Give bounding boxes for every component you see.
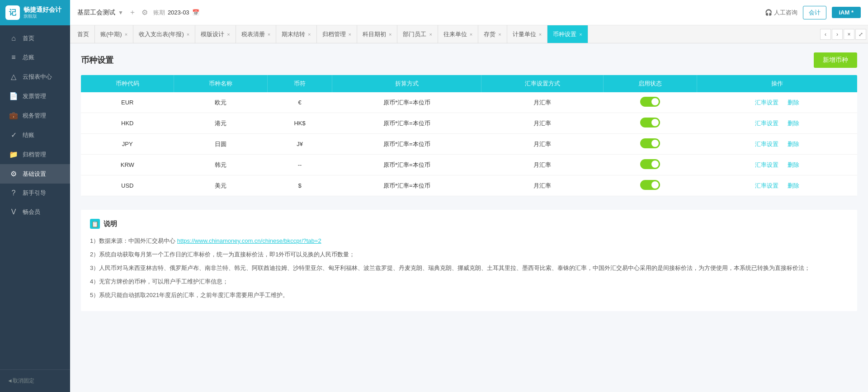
- tab-taxclear[interactable]: 税表清册 ×: [236, 25, 276, 43]
- tab-subjects-close[interactable]: ×: [389, 32, 392, 37]
- settings-icon: ⚙: [9, 170, 18, 178]
- tabs-next-button[interactable]: ›: [832, 29, 843, 40]
- tab-currency-close[interactable]: ×: [579, 32, 582, 37]
- cell-rate-method: 月汇率: [481, 155, 604, 175]
- sidebar-item-home[interactable]: ⌂ 首页: [0, 29, 70, 48]
- status-toggle[interactable]: [640, 97, 660, 107]
- cell-code: HKD: [81, 113, 174, 134]
- delete-link[interactable]: 删除: [788, 99, 799, 106]
- tab-interim-close[interactable]: ×: [125, 32, 127, 37]
- account-button[interactable]: 会计: [803, 6, 826, 19]
- customer-service-button[interactable]: 🎧 人工咨询: [765, 9, 797, 17]
- sidebar-item-archive[interactable]: 📁 归档管理: [0, 145, 70, 164]
- workspace-name: 基层工会测试: [77, 9, 115, 17]
- workspace-selector[interactable]: 基层工会测试 ▼: [77, 9, 123, 17]
- tab-template-label: 模版设计: [201, 30, 224, 38]
- member-icon: V: [9, 208, 18, 216]
- tab-home[interactable]: 首页: [72, 25, 95, 43]
- tab-archive[interactable]: 归档管理 ×: [317, 25, 357, 43]
- tab-measure[interactable]: 计量单位 ×: [507, 25, 547, 43]
- tabs-prev-button[interactable]: ‹: [820, 29, 831, 40]
- tabs-close-all-button[interactable]: ×: [844, 29, 854, 40]
- sidebar: 记 畅捷通好会计 旗舰版 ⌂ 首页 ≡ 总账 △ 云报表中心 📄 发票管理 💼 …: [0, 0, 70, 392]
- content-area: 币种设置 新增币种 币种代码 币种名称 币符 折算方式 汇率设置方式 启用状态 …: [70, 43, 868, 392]
- cell-actions: 汇率设置 删除: [697, 175, 857, 196]
- tab-template-close[interactable]: ×: [227, 32, 230, 37]
- tab-income-close[interactable]: ×: [187, 32, 189, 37]
- delete-link[interactable]: 删除: [788, 182, 799, 189]
- workspace-settings-icon[interactable]: ⚙: [142, 8, 148, 17]
- calendar-icon[interactable]: 📅: [192, 9, 199, 16]
- sidebar-item-guide[interactable]: ? 新手引导: [0, 184, 70, 203]
- rate-setting-link[interactable]: 汇率设置: [755, 141, 778, 147]
- col-calc: 折算方式: [332, 75, 481, 92]
- tab-period-end-close[interactable]: ×: [308, 32, 311, 37]
- sidebar-item-invoice[interactable]: 📄 发票管理: [0, 86, 70, 106]
- cell-name: 欧元: [174, 92, 268, 113]
- add-workspace-button[interactable]: ＋: [129, 8, 136, 17]
- col-name: 币种名称: [174, 75, 268, 92]
- rate-setting-link[interactable]: 汇率设置: [755, 120, 778, 127]
- tab-currency[interactable]: 币种设置 ×: [547, 25, 588, 43]
- ledger-icon: ≡: [9, 53, 18, 61]
- tab-staff-label: 部门员工: [403, 30, 426, 38]
- delete-link[interactable]: 删除: [788, 120, 799, 127]
- rate-setting-link[interactable]: 汇率设置: [755, 182, 778, 189]
- cell-rate-method: 月汇率: [481, 92, 604, 113]
- tab-measure-close[interactable]: ×: [539, 32, 542, 37]
- logo-title: 畅捷通好会计: [24, 6, 61, 14]
- tab-taxclear-close[interactable]: ×: [268, 32, 270, 37]
- notes-icon: 📋: [90, 219, 100, 229]
- tab-inventory[interactable]: 存货 ×: [478, 25, 507, 43]
- sidebar-item-settings[interactable]: ⚙ 基础设置: [0, 164, 70, 184]
- status-toggle[interactable]: [640, 138, 660, 148]
- cell-status: [604, 113, 697, 134]
- tab-partners-label: 往来单位: [443, 30, 467, 38]
- rate-setting-link[interactable]: 汇率设置: [755, 161, 778, 168]
- tab-archive-close[interactable]: ×: [349, 32, 351, 37]
- tab-subjects[interactable]: 科目期初 ×: [357, 25, 397, 43]
- tab-income-label: 收入支出表(年报): [139, 30, 184, 38]
- cell-rate-method: 月汇率: [481, 134, 604, 155]
- status-toggle[interactable]: [640, 180, 660, 190]
- delete-link[interactable]: 删除: [788, 161, 799, 168]
- sidebar-item-ledger[interactable]: ≡ 总账: [0, 48, 70, 67]
- tab-partners[interactable]: 往来单位 ×: [438, 25, 478, 43]
- sidebar-item-label: 新手引导: [23, 189, 46, 197]
- tab-staff[interactable]: 部门员工 ×: [397, 25, 438, 43]
- sidebar-item-label: 结账: [23, 131, 34, 139]
- table-row: KRW 韩元 -- 原币*汇率=本位币 月汇率 汇率设置 删除: [81, 155, 857, 175]
- sidebar-item-settlement[interactable]: ✓ 结账: [0, 125, 70, 145]
- sidebar-item-tax[interactable]: 💼 税务管理: [0, 106, 70, 125]
- tab-income[interactable]: 收入支出表(年报) ×: [133, 25, 195, 43]
- col-code: 币种代码: [81, 75, 174, 92]
- sidebar-item-reports[interactable]: △ 云报表中心: [0, 67, 70, 86]
- tab-period-end[interactable]: 期末结转 ×: [276, 25, 316, 43]
- tab-inventory-close[interactable]: ×: [498, 32, 501, 37]
- sidebar-nav: ⌂ 首页 ≡ 总账 △ 云报表中心 📄 发票管理 💼 税务管理 ✓ 结账 📁 归…: [0, 25, 70, 369]
- new-currency-button[interactable]: 新增币种: [814, 52, 857, 68]
- headset-icon: 🎧: [765, 9, 772, 16]
- home-icon: ⌂: [9, 34, 18, 43]
- iam-button[interactable]: iAM *: [832, 7, 861, 18]
- tab-interim[interactable]: 账(中期) ×: [95, 25, 133, 43]
- rate-setting-link[interactable]: 汇率设置: [755, 99, 778, 106]
- tab-staff-close[interactable]: ×: [429, 32, 432, 37]
- tabs-maximize-button[interactable]: ⤢: [855, 29, 866, 40]
- tab-partners-close[interactable]: ×: [470, 32, 472, 37]
- delete-link[interactable]: 删除: [788, 141, 799, 147]
- sidebar-pin-toggle[interactable]: ◄取消固定: [0, 369, 70, 392]
- sidebar-item-label: 首页: [23, 34, 34, 43]
- sidebar-item-member[interactable]: V 畅会员: [0, 203, 70, 222]
- toggle-knob: [651, 161, 659, 168]
- status-toggle[interactable]: [640, 159, 660, 169]
- tab-subjects-label: 科目期初: [363, 30, 386, 38]
- tab-template[interactable]: 模版设计 ×: [195, 25, 236, 43]
- notes-item: 1）数据来源：中国外汇交易中心 https://www.chinamoney.c…: [90, 234, 848, 248]
- col-actions: 操作: [697, 75, 857, 92]
- notes-link[interactable]: https://www.chinamoney.com.cn/chinese/bk…: [177, 237, 321, 244]
- topbar: 基层工会测试 ▼ ＋ ⚙ 账期 2023-03 📅 🎧 人工咨询 会计 iAM …: [70, 0, 868, 25]
- cell-symbol: HK$: [267, 113, 332, 134]
- cell-calc: 原币*汇率=本位币: [332, 155, 481, 175]
- status-toggle[interactable]: [640, 118, 660, 128]
